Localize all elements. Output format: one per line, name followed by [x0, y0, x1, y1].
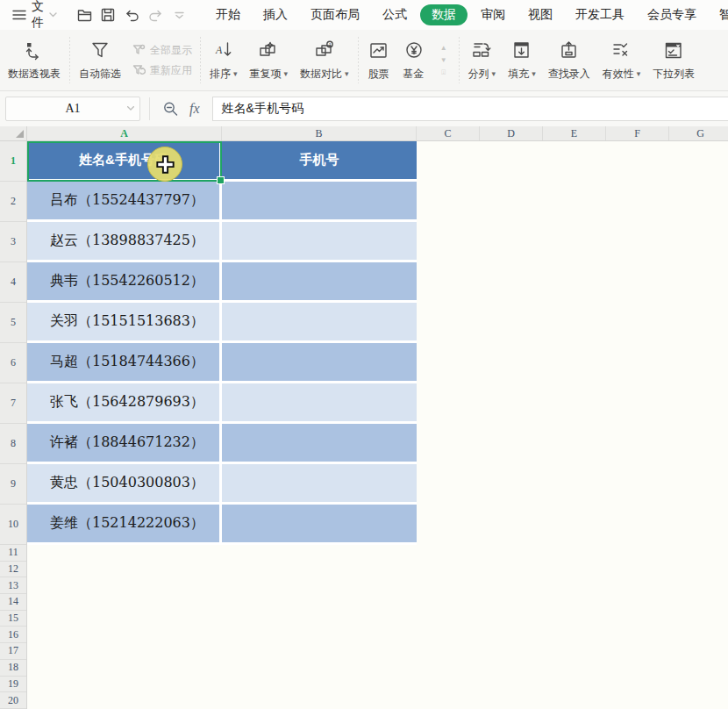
zoom-search-icon[interactable] — [162, 101, 179, 118]
sort-button[interactable]: A 排序 — [203, 30, 244, 90]
dropdown-list-button[interactable]: 下拉列表 — [646, 30, 701, 90]
insert-function-icon[interactable]: fx — [189, 101, 200, 117]
svg-text:A: A — [215, 44, 223, 56]
cell-A1[interactable]: 姓名&手机号码 — [27, 141, 222, 182]
table-row-5: 关羽（15151513683） — [27, 303, 728, 343]
cell-B2[interactable] — [222, 182, 417, 222]
redo-button[interactable] — [147, 7, 163, 23]
cell-B10[interactable] — [222, 505, 417, 545]
name-box-caret-icon[interactable] — [127, 106, 134, 111]
fund-button[interactable]: 基金 — [396, 30, 432, 90]
column-header-F[interactable]: F — [606, 126, 669, 140]
filter-funnel-icon — [89, 39, 111, 62]
tab-smart-toolbox[interactable]: 智能工具箱 — [710, 4, 728, 25]
divider — [69, 37, 70, 83]
customize-qat-button[interactable] — [171, 7, 187, 23]
cell-A5[interactable]: 关羽（15151513683） — [27, 303, 222, 343]
data-compare-button[interactable]: 1 数据对比 — [294, 30, 355, 90]
data-compare-label: 数据对比 — [300, 67, 342, 82]
tab-view[interactable]: 视图 — [518, 4, 562, 25]
column-header-D[interactable]: D — [480, 126, 543, 140]
duplicates-button[interactable]: 重复项 — [244, 30, 295, 90]
lookup-entry-button[interactable]: 查找录入 — [542, 30, 596, 90]
tab-formulas[interactable]: 公式 — [373, 4, 417, 25]
row-header-14[interactable]: 14 — [0, 594, 26, 611]
cell-A9[interactable]: 黄忠（15040300803） — [27, 464, 222, 505]
reapply-button[interactable]: 重新应用 — [132, 63, 192, 78]
fill-down-icon — [510, 39, 533, 62]
cell-B8[interactable] — [222, 424, 417, 464]
row-header-18[interactable]: 18 — [0, 660, 26, 677]
row-header-5[interactable]: 5 — [0, 303, 26, 343]
row-header-4[interactable]: 4 — [0, 262, 26, 303]
show-all-label: 全部显示 — [150, 43, 192, 58]
cell-B7[interactable] — [222, 383, 417, 424]
row-header-3[interactable]: 3 — [0, 222, 26, 262]
pivot-table-button[interactable]: 数据透视表 — [2, 30, 67, 90]
gallery-up-button[interactable]: ▲ — [438, 43, 450, 53]
validation-button[interactable]: 有效性 — [596, 30, 647, 90]
column-header-E[interactable]: E — [543, 126, 606, 140]
text-to-columns-button[interactable]: 分列 — [462, 30, 503, 90]
tab-insert[interactable]: 插入 — [253, 4, 297, 25]
cell-A10[interactable]: 姜维（15214222063） — [27, 505, 222, 545]
row-header-1[interactable]: 1 — [0, 141, 26, 182]
cell-A7[interactable]: 张飞（15642879693） — [27, 383, 222, 424]
cell-A3[interactable]: 赵云（13898837425） — [27, 222, 222, 262]
column-header-B[interactable]: B — [222, 126, 417, 140]
auto-filter-button[interactable]: 自动筛选 — [73, 30, 127, 90]
formula-input[interactable]: 姓名&手机号码 — [212, 97, 728, 121]
name-box[interactable]: A1 — [5, 97, 140, 121]
show-all-button[interactable]: 全部显示 — [132, 43, 192, 58]
row-header-12[interactable]: 12 — [0, 562, 26, 578]
row-header-17[interactable]: 17 — [0, 643, 26, 660]
tab-page-layout[interactable]: 页面布局 — [301, 4, 369, 25]
cell-B3[interactable] — [222, 222, 417, 262]
row-header-10[interactable]: 10 — [0, 505, 26, 545]
tab-home[interactable]: 开始 — [206, 4, 250, 25]
row-header-8[interactable]: 8 — [0, 424, 26, 464]
row-header-7[interactable]: 7 — [0, 383, 26, 424]
cell-B9[interactable] — [222, 464, 417, 505]
file-menu[interactable]: 文件 — [0, 0, 66, 31]
select-all-corner[interactable] — [0, 126, 27, 141]
gallery-down-button[interactable]: ▼ — [438, 55, 450, 65]
cell-A8[interactable]: 许褚（18844671232） — [27, 424, 222, 464]
row-header-11[interactable]: 11 — [0, 545, 26, 562]
stock-button[interactable]: 股票 — [361, 30, 396, 90]
table-row-7: 张飞（15642879693） — [27, 383, 728, 424]
cell-A4[interactable]: 典韦（15542260512） — [27, 262, 222, 303]
column-header-C[interactable]: C — [417, 126, 480, 140]
row-header-20[interactable]: 20 — [0, 692, 26, 709]
column-header-A[interactable]: A — [27, 126, 222, 140]
fill-button[interactable]: 填充 — [502, 30, 542, 90]
formula-bar: A1 fx 姓名&手机号码 — [0, 91, 728, 127]
cell-A6[interactable]: 马超（15184744366） — [27, 343, 222, 383]
row-header-2[interactable]: 2 — [0, 182, 26, 222]
tab-developer[interactable]: 开发工具 — [566, 4, 634, 25]
row-header-9[interactable]: 9 — [0, 464, 26, 505]
column-header-G[interactable]: G — [669, 126, 728, 140]
undo-button[interactable] — [124, 7, 139, 23]
cell-B5[interactable] — [222, 303, 417, 343]
row-header-13[interactable]: 13 — [0, 577, 26, 594]
column-headers: ABCDEFG — [27, 126, 728, 141]
open-file-button[interactable] — [76, 7, 92, 23]
row-header-15[interactable]: 15 — [0, 611, 26, 627]
tab-data[interactable]: 数据 — [420, 4, 467, 25]
gallery-more-button[interactable]: ⍗ — [438, 68, 450, 77]
cell-A2[interactable]: 吕布（15524437797） — [27, 182, 222, 222]
cell-B6[interactable] — [222, 343, 417, 383]
row-header-19[interactable]: 19 — [0, 677, 26, 693]
ribbon-tabs: 开始 插入 页面布局 公式 数据 审阅 视图 开发工具 会员专享 智能工具箱 — [197, 4, 728, 25]
tab-membership[interactable]: 会员专享 — [638, 4, 706, 25]
cell-B4[interactable] — [222, 262, 417, 303]
cell-B1[interactable]: 手机号 — [222, 141, 417, 182]
gallery-scroll-buttons: ▲ ▼ ⍗ — [432, 30, 456, 90]
row-header-6[interactable]: 6 — [0, 343, 26, 383]
show-all-filter-icon — [132, 44, 146, 56]
tab-review[interactable]: 审阅 — [471, 4, 515, 25]
save-button[interactable] — [100, 7, 116, 23]
row-header-16[interactable]: 16 — [0, 627, 26, 643]
duplicates-label: 重复项 — [250, 67, 282, 82]
